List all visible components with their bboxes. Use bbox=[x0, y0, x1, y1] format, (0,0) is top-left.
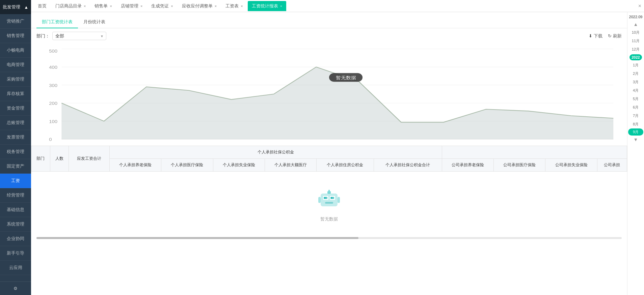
top-tab-销售单[interactable]: 销售单× bbox=[90, 1, 116, 11]
svg-rect-21 bbox=[338, 197, 340, 203]
month-item-12月[interactable]: 12月 bbox=[628, 45, 643, 54]
sub-tab-month[interactable]: 月份统计表 bbox=[78, 16, 111, 28]
top-tab-首页[interactable]: 首页 bbox=[34, 1, 51, 11]
sidebar-item-固定资产[interactable]: 固定资产 bbox=[0, 159, 31, 174]
sidebar: 批发管理 ▲ 营销推广销售管理小畅电商电商管理采购管理库存核算资金管理总账管理发… bbox=[0, 0, 31, 295]
month-item-9月[interactable]: 9月 bbox=[628, 128, 643, 136]
month-item-10月[interactable]: 10月 bbox=[628, 28, 643, 37]
chart-area: 0 100 200 300 400 500 bbox=[31, 43, 627, 146]
sidebar-toggle-icon: ▲ bbox=[24, 5, 28, 10]
sidebar-item-税务管理[interactable]: 税务管理 bbox=[0, 145, 31, 159]
sidebar-item-经营管理[interactable]: 经营管理 bbox=[0, 188, 31, 203]
sidebar-item-小畅电商[interactable]: 小畅电商 bbox=[0, 43, 31, 58]
sidebar-item-新手引导[interactable]: 新手引导 bbox=[0, 246, 31, 261]
sidebar-item-云应用[interactable]: 云应用 bbox=[0, 261, 31, 275]
month-list: 10月11月12月20221月2月3月4月5月6月7月8月9月 bbox=[628, 28, 643, 136]
svg-rect-12 bbox=[321, 194, 338, 206]
refresh-label: 刷新 bbox=[613, 33, 622, 39]
toolbar-left: 部门： 全部 bbox=[36, 32, 106, 40]
top-tab-生成凭证[interactable]: 生成凭证× bbox=[147, 1, 177, 11]
scrollbar-thumb[interactable] bbox=[36, 237, 358, 239]
top-tabs-container: 首页门店商品目录×销售单×店铺管理×生成凭证×应收应付调整单×工资表×工资统计报… bbox=[34, 1, 638, 11]
month-item-2月[interactable]: 2月 bbox=[628, 69, 643, 78]
table-header-row-2: 个人承担养老保险 个人承担医疗保险 个人承担失业保险 个人承担大额医疗 个人承担… bbox=[31, 159, 627, 172]
download-button[interactable]: ⬇ 下载 bbox=[589, 33, 602, 39]
table-body: 暂无数据 bbox=[31, 172, 627, 236]
scrollbar-track bbox=[36, 237, 622, 239]
col-personal-unemploy: 个人承担失业保险 bbox=[213, 159, 265, 172]
col-company-unemploy: 公司承担失业保险 bbox=[545, 159, 597, 172]
top-tab-门店商品目录[interactable]: 门店商品目录× bbox=[51, 1, 90, 11]
col-personal-major-medical: 个人承担大额医疗 bbox=[265, 159, 316, 172]
no-data-row: 暂无数据 bbox=[31, 172, 627, 236]
nav-up-button[interactable]: ▲ bbox=[632, 20, 640, 28]
sidebar-item-资金管理[interactable]: 资金管理 bbox=[0, 101, 31, 116]
sidebar-item-库存核算[interactable]: 库存核算 bbox=[0, 87, 31, 101]
refresh-icon: ↻ bbox=[608, 33, 612, 38]
tab-close-门店商品目录[interactable]: × bbox=[84, 4, 86, 8]
top-tab-应收应付调整单[interactable]: 应收应付调整单× bbox=[178, 1, 221, 11]
sidebar-item-发票管理[interactable]: 发票管理 bbox=[0, 130, 31, 145]
chart-tooltip-text: 暂无数据 bbox=[336, 75, 356, 80]
month-item-2022[interactable]: 2022 bbox=[629, 54, 642, 60]
col-personal-medical: 个人承担医疗保险 bbox=[161, 159, 213, 172]
sidebar-item-系统管理[interactable]: 系统管理 bbox=[0, 217, 31, 232]
table-header-row-1: 部门 人数 应发工资合计 个人承担社保公积金 bbox=[31, 146, 627, 159]
month-item-5月[interactable]: 5月 bbox=[628, 95, 643, 103]
svg-text:100: 100 bbox=[49, 119, 57, 124]
tab-close-销售单[interactable]: × bbox=[110, 4, 112, 8]
col-salary: 应发工资合计 bbox=[69, 146, 110, 172]
month-item-7月[interactable]: 7月 bbox=[628, 112, 643, 120]
month-item-11月[interactable]: 11月 bbox=[628, 37, 643, 45]
month-item-6月[interactable]: 6月 bbox=[628, 103, 643, 112]
col-personal-pension: 个人承担养老保险 bbox=[109, 159, 161, 172]
toolbar-right: ⬇ 下载 ↻ 刷新 bbox=[589, 33, 622, 39]
sidebar-item-销售管理[interactable]: 销售管理 bbox=[0, 29, 31, 43]
no-data-icon bbox=[316, 185, 343, 212]
page-content: 部门工资统计表 月份统计表 部门： 全部 ⬇ 下载 bbox=[31, 12, 627, 295]
svg-rect-17 bbox=[325, 202, 333, 204]
top-tab-店铺管理[interactable]: 店铺管理× bbox=[117, 1, 146, 11]
tab-close-店铺管理[interactable]: × bbox=[140, 4, 142, 8]
settings-icon: ⚙ bbox=[14, 286, 18, 291]
month-item-3月[interactable]: 3月 bbox=[628, 78, 643, 86]
close-all-tabs-button[interactable]: × bbox=[638, 3, 641, 9]
col-personal-housing: 个人承担住房公积金 bbox=[317, 159, 374, 172]
top-tabs-bar: 首页门店商品目录×销售单×店铺管理×生成凭证×应收应付调整单×工资表×工资统计报… bbox=[31, 0, 644, 12]
month-item-4月[interactable]: 4月 bbox=[628, 86, 643, 95]
month-item-8月[interactable]: 8月 bbox=[628, 120, 643, 128]
sidebar-item-营销推广[interactable]: 营销推广 bbox=[0, 14, 31, 29]
sub-tab-dept[interactable]: 部门工资统计表 bbox=[36, 16, 78, 28]
sidebar-item-基础信息[interactable]: 基础信息 bbox=[0, 203, 31, 217]
col-company-other: 公司承担 bbox=[597, 159, 627, 172]
sidebar-settings[interactable]: ⚙ bbox=[0, 282, 31, 295]
sidebar-item-总账管理[interactable]: 总账管理 bbox=[0, 116, 31, 130]
sidebar-item-电商管理[interactable]: 电商管理 bbox=[0, 58, 31, 72]
sidebar-item-企业协同[interactable]: 企业协同 bbox=[0, 232, 31, 246]
tab-close-工资表[interactable]: × bbox=[241, 4, 243, 8]
tab-close-生成凭证[interactable]: × bbox=[171, 4, 173, 8]
month-item-1月[interactable]: 1月 bbox=[628, 61, 643, 69]
table-area[interactable]: 部门 人数 应发工资合计 个人承担社保公积金 个人承担养老保险 个人承担医疗保险… bbox=[31, 146, 627, 295]
data-table: 部门 人数 应发工资合计 个人承担社保公积金 个人承担养老保险 个人承担医疗保险… bbox=[31, 146, 627, 236]
tab-close-应收应付调整单[interactable]: × bbox=[215, 4, 217, 8]
no-data-cell: 暂无数据 bbox=[31, 172, 627, 236]
col-dept: 部门 bbox=[31, 146, 50, 172]
horizontal-scrollbar[interactable] bbox=[31, 236, 627, 240]
top-tab-工资表[interactable]: 工资表× bbox=[221, 1, 247, 11]
tab-close-工资统计报表[interactable]: × bbox=[280, 4, 282, 8]
dept-label: 部门： bbox=[36, 33, 50, 39]
no-data-container: 暂无数据 bbox=[31, 172, 627, 236]
col-personal-social: 个人承担社保公积金 bbox=[109, 146, 442, 159]
sub-tabs: 部门工资统计表 月份统计表 bbox=[31, 12, 627, 28]
sidebar-item-采购管理[interactable]: 采购管理 bbox=[0, 72, 31, 87]
svg-rect-19 bbox=[328, 190, 330, 191]
top-tab-工资统计报表[interactable]: 工资统计报表× bbox=[248, 1, 286, 11]
sidebar-header[interactable]: 批发管理 ▲ bbox=[0, 0, 31, 14]
sidebar-items: 营销推广销售管理小畅电商电商管理采购管理库存核算资金管理总账管理发票管理税务管理… bbox=[0, 14, 31, 275]
dept-select[interactable]: 全部 bbox=[52, 32, 106, 40]
no-data-label: 暂无数据 bbox=[320, 216, 338, 222]
nav-down-button[interactable]: ▼ bbox=[632, 136, 640, 144]
refresh-button[interactable]: ↻ 刷新 bbox=[608, 33, 622, 39]
sidebar-item-工资[interactable]: 工资 bbox=[0, 174, 31, 188]
